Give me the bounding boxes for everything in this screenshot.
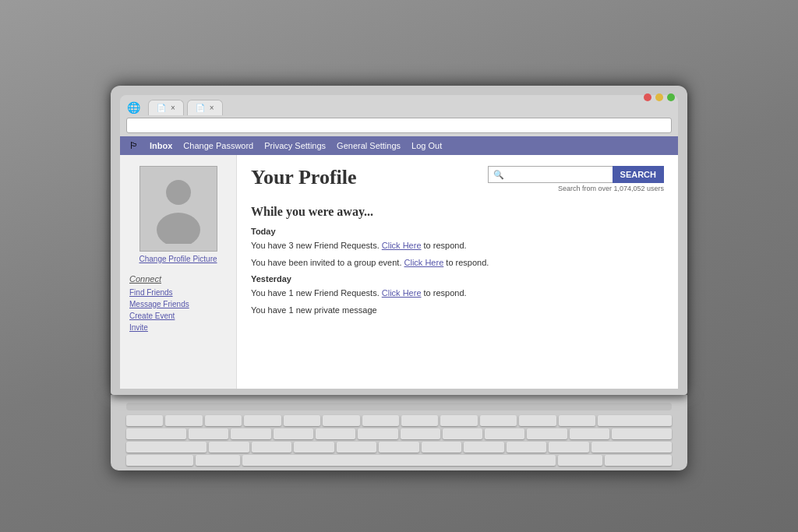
today-activity-2: You have been invited to a group event. …	[251, 256, 664, 270]
nav-inbox-link[interactable]: Inbox	[150, 141, 172, 150]
find-friends-link[interactable]: Find Friends	[129, 288, 227, 297]
today-activity-1: You have 3 new Friend Requests. Click He…	[251, 239, 664, 252]
search-hint-text: Search from over 1,074,052 users	[558, 185, 664, 192]
search-row: SEARCH	[488, 166, 664, 183]
yesterday-line1-post: to respond.	[422, 288, 467, 298]
invite-link[interactable]: Invite	[129, 323, 227, 332]
away-section: While you were away... Today You have 3 …	[251, 205, 664, 317]
laptop-screen: 🌐 📄 × 📄 × 🏳 Inbox	[111, 86, 687, 395]
today-click-here-1[interactable]: Click Here	[382, 241, 422, 250]
yesterday-activity-2: You have 1 new private message	[251, 304, 664, 317]
address-bar-input[interactable]	[126, 118, 672, 133]
profile-pic-container: Change Profile Picture	[129, 166, 227, 263]
window-controls	[644, 93, 675, 101]
address-bar-row	[120, 115, 678, 136]
tab1-close-button[interactable]: ×	[171, 104, 175, 112]
main-content: Your Profile SEARCH Search from over 1,0…	[237, 155, 678, 389]
nav-logout-link[interactable]: Log Out	[411, 141, 442, 150]
profile-avatar	[139, 166, 217, 252]
browser-content: 🏳 Inbox Change Password Privacy Settings…	[120, 136, 678, 389]
browser-tab-1[interactable]: 📄 ×	[148, 100, 184, 115]
sidebar: Change Profile Picture Connect Find Frie…	[120, 155, 237, 389]
profile-header: Your Profile SEARCH Search from over 1,0…	[251, 166, 664, 192]
nav-privacy-settings-link[interactable]: Privacy Settings	[264, 141, 326, 150]
nav-flag-icon: 🏳	[129, 140, 139, 151]
connect-section: Connect Find Friends Message Friends Cre…	[129, 274, 227, 332]
today-line2-pre: You have been invited to a group event.	[251, 258, 404, 267]
page-layout: Change Profile Picture Connect Find Frie…	[120, 155, 678, 389]
today-line2-post: to respond.	[443, 258, 489, 267]
yesterday-line1-pre: You have 1 new Friend Requests.	[251, 288, 382, 298]
yesterday-activity-1: You have 1 new Friend Requests. Click He…	[251, 287, 664, 300]
keyboard	[111, 395, 687, 470]
yesterday-click-here-1[interactable]: Click Here	[382, 288, 422, 298]
today-label: Today	[251, 227, 664, 236]
nav-change-password-link[interactable]: Change Password	[183, 141, 253, 150]
browser-tab-2[interactable]: 📄 ×	[187, 100, 223, 115]
nav-general-settings-link[interactable]: General Settings	[337, 141, 401, 150]
connect-section-title: Connect	[129, 274, 227, 284]
yesterday-label: Yesterday	[251, 274, 664, 284]
tab2-page-icon: 📄	[196, 104, 205, 112]
change-profile-picture-link[interactable]: Change Profile Picture	[129, 255, 227, 263]
away-heading: While you were away...	[251, 205, 664, 219]
search-button[interactable]: SEARCH	[613, 166, 664, 183]
create-event-link[interactable]: Create Event	[129, 312, 227, 320]
tab1-page-icon: 📄	[157, 104, 166, 112]
today-line1-post: to respond.	[422, 241, 467, 250]
nav-bar: 🏳 Inbox Change Password Privacy Settings…	[120, 136, 678, 155]
svg-point-0	[166, 180, 191, 205]
search-box: SEARCH Search from over 1,074,052 users	[488, 166, 664, 192]
globe-icon: 🌐	[126, 100, 140, 115]
minimize-window-button[interactable]	[655, 93, 663, 101]
maximize-window-button[interactable]	[667, 93, 675, 101]
browser-chrome: 🌐 📄 × 📄 ×	[120, 95, 678, 136]
page-title: Your Profile	[251, 166, 357, 189]
search-input[interactable]	[488, 166, 613, 183]
today-click-here-2[interactable]: Click Here	[404, 258, 444, 267]
close-window-button[interactable]	[644, 93, 651, 101]
tab-bar: 🌐 📄 × 📄 ×	[120, 95, 678, 115]
today-line1-pre: You have 3 new Friend Requests.	[251, 241, 382, 250]
svg-point-1	[157, 213, 200, 244]
message-friends-link[interactable]: Message Friends	[129, 300, 227, 308]
tab2-close-button[interactable]: ×	[210, 104, 214, 112]
